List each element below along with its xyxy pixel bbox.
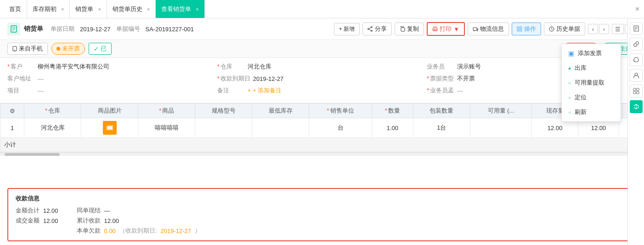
tab-home-label: 首页 [9,5,21,13]
window-close-button[interactable]: × [635,5,639,13]
col-settings[interactable]: ⚙ [0,104,24,118]
outbound-icon: ● [568,66,571,71]
print-button[interactable]: 打印 ▼ [427,22,465,36]
amount-total-label: 金额合计 [16,206,40,215]
list-view-button[interactable]: ☰ [612,24,624,34]
ticket-type-label: 票据类型 [427,74,454,83]
address-label: 客户地址 [7,74,35,83]
tab-stock-init-close[interactable]: × [61,6,64,12]
tab-sales-history-close[interactable]: × [147,6,150,12]
note-field: 备注 + + 添加备注 [217,86,427,95]
right-sidebar [627,18,644,245]
tab-view-sales-label: 查看销货单 [161,5,191,13]
number-value: SA-20191227-001 [146,26,194,33]
project-field: 项目 — [7,86,217,95]
share-button[interactable]: 分享 [362,23,392,35]
salesperson-value: 演示账号 [457,63,481,71]
from-phone-button[interactable]: 来自手机 [7,43,48,55]
sidebar-icon-refresh[interactable] [630,53,643,66]
address-field: 客户地址 — [7,74,217,83]
ticket-type-value: 不开票 [457,74,475,83]
outbound-label: 出库 [575,64,587,72]
project-value: — [38,87,44,94]
staff-value: — [457,87,463,94]
dropdown-available-qty[interactable]: ○ 可用量提取 [562,75,621,90]
sidebar-icon-expand[interactable] [630,100,643,113]
payment-summary: 收款信息 金额合计 12.00 成交金额 12.00 同单现结 — 累计收款 [7,188,637,241]
same-order-label: 同单现结 [77,206,101,215]
cell-sales-unit: 台 [309,118,372,138]
horizontal-scrollbar[interactable] [0,152,644,156]
prev-button[interactable]: ‹ [588,24,598,34]
form-row-2: 客户地址 — 收款到期日 2019-12-27 票据类型 不开票 [7,74,637,83]
payment-due-date: 2019-12-27 [160,228,191,234]
operation-button[interactable]: 操作 [512,23,541,35]
transaction-value: 12.00 [43,217,58,224]
checkmark-label: 已 [101,45,107,53]
customer-field: 客户 柳州粤港平安气体有限公司 [7,63,217,71]
dropdown-locate[interactable]: ○ 定位 [562,90,621,105]
add-invoice-icon: ▣ [568,50,574,57]
sidebar-icon-doc[interactable] [630,22,643,35]
checkmark-button[interactable]: ✓ 已 [89,43,112,55]
history-button[interactable]: 历史单据 [544,23,585,35]
logistics-button[interactable]: 物流信息 [468,23,509,35]
same-order-value: — [104,207,110,214]
svg-line-7 [369,28,371,28]
tab-stock-init[interactable]: 库存期初 × [27,0,70,18]
tab-sales-order-close[interactable]: × [98,6,101,12]
dropdown-add-invoice[interactable]: ▣ 添加发票 [562,46,621,61]
cumulative-row: 累计收款 12.00 [77,217,201,225]
toolbar-right: + 新增 分享 复制 打印 ▼ 物流信息 操作 [334,22,637,36]
payment-due-end: ） [195,227,201,235]
project-label: 项目 [7,86,35,95]
warehouse-label: 仓库 [217,63,245,71]
svg-point-13 [474,30,475,31]
not-open-button[interactable]: 未开票 [51,43,85,55]
history-label: 历史单据 [556,25,580,33]
svg-rect-29 [633,88,636,91]
new-button[interactable]: + 新增 [334,23,360,35]
cell-quantity: 1.00 [372,118,413,138]
col-sales-unit: 销售单位 [309,104,372,118]
product-thumbnail [103,121,117,135]
not-open-label: 未开票 [62,45,80,53]
cell-product-img [81,118,138,138]
subtotal-row: 小计 [0,138,644,152]
col-product: 商品 [138,104,195,118]
date-value: 2019-12-27 [80,26,111,33]
cell-pack-qty: 1台 [413,118,470,138]
same-order-row: 同单现结 — [77,206,201,215]
cell-min-stock [252,118,309,138]
cell-spec [195,118,252,138]
tab-sales-history[interactable]: 销货单历史 × [107,0,156,18]
form-row-3: 项目 — 备注 + + 添加备注 业务员孟 — [7,86,637,95]
dropdown-outbound[interactable]: ● 出库 [562,61,621,75]
copy-label: 复制 [407,25,419,33]
tab-sales-order-label: 销货单 [75,5,93,13]
next-button[interactable]: › [599,24,609,34]
sidebar-icon-user[interactable] [630,69,643,82]
copy-button[interactable]: 复制 [395,23,424,35]
tab-home[interactable]: 首页 [4,0,27,18]
tab-view-sales[interactable]: 查看销货单 × [156,0,204,18]
add-note-button[interactable]: + + 添加备注 [248,86,282,95]
doc-title-area: 销货单 [7,23,43,35]
tab-view-sales-close[interactable]: × [196,6,198,12]
available-qty-icon: ○ [568,80,571,85]
cell-warehouse: 河北仓库 [24,118,81,138]
payment-date-value: 2019-12-27 [253,75,284,82]
outstanding-row: 本单欠款 0.00 （收款到期日: 2019-12-27 ） [77,227,201,235]
tab-sales-order[interactable]: 销货单 × [70,0,107,18]
dropdown-refresh[interactable]: ○ 刷新 [562,105,621,120]
doc-header: 销货单 单据日期 2019-12-27 单据编号 SA-20191227-001… [0,18,644,40]
outstanding-label: 本单欠款 [77,227,101,235]
sidebar-icon-link[interactable] [630,38,643,51]
transaction-label: 成交金额 [16,217,40,225]
sidebar-icon-grid[interactable] [630,85,643,97]
summary-col-1: 金额合计 12.00 成交金额 12.00 [16,206,58,235]
col-min-stock: 最低库存 [252,104,309,118]
print-dropdown-arrow[interactable]: ▼ [453,26,459,33]
scrollbar-thumb[interactable] [5,153,60,156]
svg-rect-23 [107,126,112,129]
